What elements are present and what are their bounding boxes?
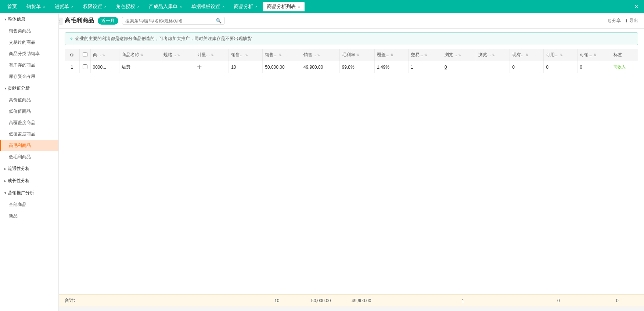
view1-link[interactable]: 0 [445, 65, 447, 70]
table-header-row: ⚙ 商... ⇅ 商品名称 ⇅ 规格... [65, 49, 638, 61]
page-title: 高毛利商品 [65, 17, 94, 25]
col-header-view1[interactable]: 浏览... ⇅ [442, 49, 476, 61]
footer-sale-amount: 50,000.00 [311, 298, 344, 303]
cell-view1[interactable]: 0 [442, 61, 476, 73]
col-header-sale-amount[interactable]: 销售... ⇅ [263, 49, 301, 61]
footer-stock-sale: 0 [616, 298, 638, 303]
col-header-check[interactable] [79, 49, 90, 61]
close-sales-tab[interactable]: × [43, 5, 45, 9]
search-box: 🔍 [122, 17, 225, 25]
col-header-unit[interactable]: 计量... ⇅ [195, 49, 229, 61]
close-purchase-tab[interactable]: × [71, 5, 73, 9]
col-header-trade[interactable]: 交易... ⇅ [408, 49, 442, 61]
nav-tab-role[interactable]: 角色授权 × [112, 2, 144, 11]
cell-stock-current: 0 [510, 61, 544, 73]
share-icon: ⎘ [608, 18, 611, 23]
select-all-checkbox[interactable] [83, 52, 87, 57]
sort-icon-view1: ⇅ [458, 53, 461, 57]
share-button[interactable]: ⎘ 分享 [608, 18, 621, 24]
collapse-sidebar-button[interactable]: « [59, 18, 62, 25]
sidebar-item-high-margin[interactable]: 高毛利商品 [0, 140, 58, 151]
col-header-code[interactable]: 商... ⇅ [90, 49, 119, 61]
sidebar-item-low-coverage[interactable]: 低覆盖度商品 [0, 129, 58, 140]
nav-tab-sales[interactable]: 销货单 × [22, 2, 50, 11]
sort-icon-trade: ⇅ [424, 53, 427, 57]
export-button[interactable]: ⬆ 导出 [625, 18, 638, 24]
col-header-margin[interactable]: 毛利率 ⇅ [339, 49, 374, 61]
cell-unit: 个 [195, 61, 229, 73]
col-header-coverage[interactable]: 覆盖... ⇅ [374, 49, 408, 61]
search-input[interactable] [125, 18, 216, 23]
filter-month-button[interactable]: 近一月 [98, 17, 118, 25]
col-header-stock-current[interactable]: 现有... ⇅ [510, 49, 544, 61]
close-role-tab[interactable]: × [137, 5, 140, 9]
sort-icon-code: ⇅ [102, 53, 105, 57]
col-header-tag[interactable]: 标签 [611, 49, 638, 61]
sidebar-group-liquidity[interactable]: ▸ 流通性分析 [0, 163, 58, 175]
cell-margin-rate: 99.8% [339, 61, 374, 73]
sidebar-group-marketing[interactable]: ▾ 营销推广分析 [0, 187, 58, 199]
sidebar-item-traded-goods[interactable]: 交易过的商品 [0, 37, 58, 48]
table-container[interactable]: ⚙ 商... ⇅ 商品名称 ⇅ 规格... [59, 49, 644, 294]
sidebar-item-stocked-goods[interactable]: 有库存的商品 [0, 59, 58, 71]
export-icon: ⬆ [625, 18, 628, 23]
sidebar-item-sales-goods[interactable]: 销售类商品 [0, 25, 58, 37]
col-header-settings[interactable]: ⚙ [65, 49, 79, 61]
horizontal-scrollbar[interactable] [59, 307, 644, 311]
close-template-tab[interactable]: × [222, 5, 224, 9]
sort-icon-margin: ⇅ [356, 53, 359, 57]
content-area: « 高毛利商品 近一月 🔍 ⎘ 分享 ⬆ 导出 ✧ [59, 13, 644, 311]
footer-sale-qty: 10 [274, 298, 304, 303]
nav-tab-home[interactable]: 首页 [3, 2, 21, 11]
sort-icon-name: ⇅ [140, 53, 143, 57]
nav-tab-purchase[interactable]: 进货单 × [50, 2, 78, 11]
col-header-stock-available[interactable]: 可用... ⇅ [544, 49, 578, 61]
nav-tab-permission[interactable]: 权限设置 × [79, 2, 111, 11]
footer-bar: 合计: 10 50,000.00 49,900.00 1 0 0 [59, 294, 644, 307]
close-analysis-tab[interactable]: × [255, 5, 258, 9]
close-analysis-list-tab[interactable]: × [298, 5, 300, 9]
sidebar-item-low-margin[interactable]: 低毛利商品 [0, 151, 58, 163]
cell-check[interactable] [79, 61, 90, 73]
footer-trade: 1 [462, 298, 484, 303]
nav-tab-product-in[interactable]: 产成品入库单 × [144, 2, 186, 11]
chevron-down-icon-2: ▾ [4, 86, 6, 90]
close-product-in-tab[interactable]: × [180, 5, 182, 9]
cell-sale-amount: 50,000.00 [263, 61, 301, 73]
col-header-sale-profit[interactable]: 销售... ⇅ [301, 49, 339, 61]
total-label: 合计: [65, 297, 75, 304]
nav-tab-analysis-list[interactable]: 商品分析列表 × [263, 2, 305, 11]
close-app-button[interactable]: × [632, 2, 641, 11]
close-permission-tab[interactable]: × [104, 5, 107, 9]
sidebar-item-high-value[interactable]: 高价值商品 [0, 94, 58, 106]
sort-icon-sale-profit: ⇅ [317, 53, 320, 57]
search-icon: 🔍 [216, 18, 222, 23]
sidebar-item-stock-capital[interactable]: 库存资金占用 [0, 71, 58, 82]
sidebar-item-category-rate[interactable]: 商品分类助销率 [0, 48, 58, 59]
cell-name: 运费 [119, 61, 161, 73]
header-actions: ⎘ 分享 ⬆ 导出 [608, 18, 638, 24]
cell-tag: 高收入 [611, 61, 638, 73]
chevron-right-icon: ▸ [4, 167, 6, 171]
nav-tab-analysis[interactable]: 商品分析 × [230, 2, 262, 11]
sidebar-item-new-goods[interactable]: 新品 [0, 210, 58, 222]
top-nav: 首页 销货单 × 进货单 × 权限设置 × 角色授权 × 产成品入库单 × 单据… [0, 0, 644, 13]
col-header-name[interactable]: 商品名称 ⇅ [119, 49, 161, 61]
col-header-view2[interactable]: 浏览... ⇅ [476, 49, 510, 61]
nav-tab-template[interactable]: 单据模板设置 × [187, 2, 229, 11]
sidebar-item-all-goods[interactable]: 全部商品 [0, 199, 58, 210]
sidebar-group-growth[interactable]: ▸ 成长性分析 [0, 175, 58, 187]
sort-icon-spec: ⇅ [177, 53, 180, 57]
sort-icon-unit: ⇅ [211, 53, 214, 57]
col-header-sale-qty[interactable]: 销售... ⇅ [229, 49, 263, 61]
table-row: 1 0000... 运费 个 10 50,000.00 49,900.00 99… [65, 61, 638, 73]
info-banner: ✧ 企业的主要的利润都是这部分商品创造的，可考虑加大推广，同时关注库存是不要出现… [65, 32, 638, 45]
row-checkbox[interactable] [83, 64, 87, 69]
sidebar-group-overall[interactable]: ▾ 整体信息 [0, 13, 58, 25]
sort-icon-sale-amount: ⇅ [279, 53, 282, 57]
sidebar-group-contribution[interactable]: ▾ 贡献值分析 [0, 82, 58, 94]
col-header-spec[interactable]: 规格... ⇅ [161, 49, 195, 61]
sidebar-item-high-coverage[interactable]: 高覆盖度商品 [0, 117, 58, 129]
col-header-stock-sale[interactable]: 可销... ⇅ [578, 49, 611, 61]
sidebar-item-low-value[interactable]: 低价值商品 [0, 106, 58, 117]
